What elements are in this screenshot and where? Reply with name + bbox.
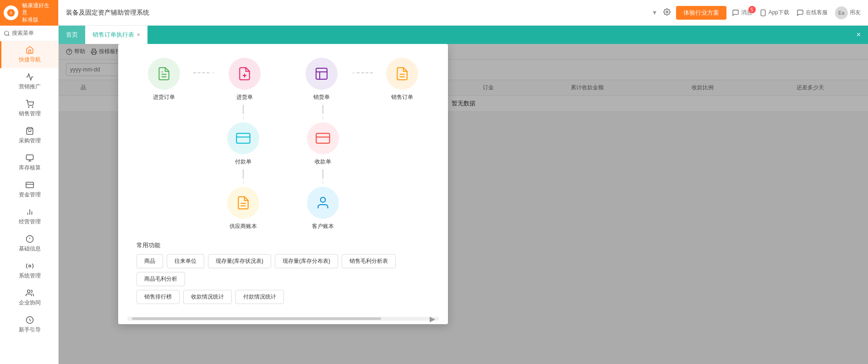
dropdown-arrow[interactable]: ▼	[652, 9, 658, 16]
svg-point-2	[5, 31, 9, 35]
gear-icon[interactable]	[663, 8, 671, 17]
tab-sales-order-label: 销售订单执行表	[93, 31, 134, 39]
common-functions-buttons: 商品 往来单位 现存量(库存状况表) 现存量(库存分布表) 销售毛利分析表 商品…	[136, 254, 430, 286]
main-content: 装备及固定资产辅助管理系统 ▼ 体验行业方案 消息 5 App下载 在线客服	[59, 0, 868, 364]
user-name: 用友	[850, 9, 861, 16]
modal-scrollbar[interactable]: ▶	[127, 317, 439, 321]
flow-section: 进货订单 →	[118, 44, 448, 241]
modal-overlay[interactable]: 进货订单 →	[59, 44, 868, 364]
flow-circle-sales-order	[386, 58, 418, 90]
sidebar-item-label: 销售管理	[19, 110, 41, 118]
system-title: 装备及固定资产辅助管理系统	[66, 9, 646, 17]
sidebar-item-label: 经营管理	[19, 218, 41, 226]
modal: 进货订单 →	[118, 44, 448, 324]
sidebar-nav: 快捷导航 营销推广 销售管理 采购管理 库存核算 资金管理	[0, 41, 58, 364]
tab-sales-order-exec[interactable]: 销售订单执行表 ×	[85, 26, 147, 44]
flow-label-supplier-account: 供应商账本	[229, 223, 257, 230]
online-service-label: 在线客服	[806, 9, 828, 16]
tabbar: 首页 销售订单执行表 × ×	[59, 26, 868, 44]
sidebar-item-label: 库存核算	[19, 164, 41, 172]
sidebar: 6 畅康通好生意 标准版 搜索菜单 快捷导航 营销推广 销售管理	[0, 0, 59, 364]
sidebar-item-finance[interactable]: 资金管理	[0, 176, 58, 203]
flow-item-sales-bill[interactable]: 销货单	[294, 58, 349, 101]
sidebar-item-marketing[interactable]: 营销推广	[0, 68, 58, 95]
modal-scrollbar-thumb	[132, 317, 381, 320]
svg-point-18	[27, 290, 30, 293]
flow-circle-receipt-bill	[307, 122, 339, 154]
sidebar-item-label: 企业协同	[19, 299, 41, 307]
sidebar-item-label: 基础信息	[19, 245, 41, 253]
sidebar-item-purchase[interactable]: 采购管理	[0, 122, 58, 149]
message-badge: 5	[748, 6, 756, 13]
flow-label-purchase-order: 进货订单	[153, 93, 175, 101]
sidebar-item-system[interactable]: 系统管理	[0, 257, 58, 284]
sidebar-item-guide[interactable]: 新手引导	[0, 311, 58, 338]
flow-item-customer-account[interactable]: 客户账本	[295, 187, 350, 230]
sidebar-item-label: 快捷导航	[19, 56, 41, 64]
sidebar-logo: 6 畅康通好生意 标准版	[0, 0, 58, 26]
svg-point-20	[666, 11, 668, 13]
flow-label-sales-order: 销售订单	[391, 93, 413, 101]
flow-item-supplier-account[interactable]: 供应商账本	[216, 187, 271, 230]
flow-label-purchase-bill: 进货单	[236, 93, 253, 101]
user-avatar[interactable]: Ea 用友	[835, 6, 861, 19]
common-btn-stock-dist[interactable]: 现存量(库存分布表)	[275, 254, 338, 268]
scroll-right-btn[interactable]: ▶	[430, 315, 439, 323]
flow-label-sales-bill: 销货单	[313, 93, 330, 101]
tab-home-label: 首页	[66, 31, 78, 39]
flow-item-sales-order[interactable]: 销售订单	[375, 58, 430, 101]
topbar: 装备及固定资产辅助管理系统 ▼ 体验行业方案 消息 5 App下载 在线客服	[59, 0, 868, 26]
flow-label-payment-bill: 付款单	[235, 158, 251, 166]
flow-item-receipt-bill[interactable]: 收款单	[295, 122, 350, 166]
sidebar-item-sales[interactable]: 销售管理	[0, 95, 58, 122]
flow-circle-customer-account	[307, 187, 339, 219]
sidebar-item-operations[interactable]: 经营管理	[0, 203, 58, 230]
common-btn-sales-rank[interactable]: 销售排行榜	[136, 290, 180, 304]
flow-item-purchase-order[interactable]: 进货订单	[136, 58, 191, 101]
sidebar-item-basic-info[interactable]: 基础信息	[0, 230, 58, 257]
sidebar-item-label: 资金管理	[19, 191, 41, 199]
flow-item-purchase-bill[interactable]: 进货单	[217, 58, 272, 101]
svg-point-17	[29, 265, 31, 267]
flow-item-payment-bill[interactable]: 付款单	[216, 122, 271, 166]
tab-home[interactable]: 首页	[59, 26, 85, 44]
sidebar-item-label: 采购管理	[19, 137, 41, 145]
flow-label-customer-account: 客户账本	[312, 223, 334, 230]
flow-circle-supplier-account	[227, 187, 259, 219]
svg-point-3	[28, 107, 29, 108]
sidebar-item-label: 新手引导	[19, 326, 41, 334]
flow-circle-purchase-bill	[229, 58, 261, 90]
online-service-btn[interactable]: 在线客服	[797, 9, 828, 16]
avatar: Ea	[835, 6, 848, 19]
app-download-btn[interactable]: App下载	[759, 9, 789, 16]
svg-rect-21	[761, 10, 765, 16]
logo-icon: 6	[4, 5, 18, 20]
svg-point-4	[32, 107, 33, 108]
sidebar-search[interactable]: 搜索菜单	[0, 26, 58, 41]
common-btn-partner[interactable]: 往来单位	[167, 254, 204, 268]
sidebar-item-enterprise[interactable]: 企业协同	[0, 284, 58, 311]
flow-circle-purchase-order	[148, 58, 180, 90]
svg-text:6: 6	[10, 11, 12, 15]
common-btn-goods[interactable]: 商品	[136, 254, 163, 268]
sidebar-item-inventory[interactable]: 库存核算	[0, 149, 58, 176]
common-btn-receipt-stat[interactable]: 收款情况统计	[183, 290, 232, 304]
common-btn-goods-profit[interactable]: 商品毛利分析	[136, 272, 185, 286]
common-btn-stock-status[interactable]: 现存量(库存状况表)	[208, 254, 271, 268]
app-download-label: App下载	[769, 9, 789, 16]
logo-text: 畅康通好生意 标准版	[22, 2, 55, 24]
page-content: 帮助 按模板打印 ▼ 导出 ▼ 刷新	[59, 44, 868, 364]
flow-circle-payment-bill	[227, 122, 259, 154]
sidebar-item-label: 营销推广	[19, 83, 41, 91]
sidebar-item-quick-nav[interactable]: 快捷导航	[0, 41, 58, 68]
flow-label-receipt-bill: 收款单	[315, 158, 331, 166]
tabbar-close-all-btn[interactable]: ×	[849, 26, 868, 44]
common-btn-sales-profit[interactable]: 销售毛利分析表	[342, 254, 396, 268]
message-btn[interactable]: 消息 5	[732, 9, 752, 16]
try-btn[interactable]: 体验行业方案	[676, 6, 726, 20]
common-functions-section: 常用功能 商品 往来单位 现存量(库存状况表) 现存量(库存分布表) 销售毛利分…	[118, 241, 448, 313]
svg-rect-6	[27, 155, 33, 160]
flow-circle-sales-bill	[306, 58, 338, 90]
tab-close-icon[interactable]: ×	[137, 32, 140, 38]
common-btn-payment-stat[interactable]: 付款情况统计	[235, 290, 284, 304]
